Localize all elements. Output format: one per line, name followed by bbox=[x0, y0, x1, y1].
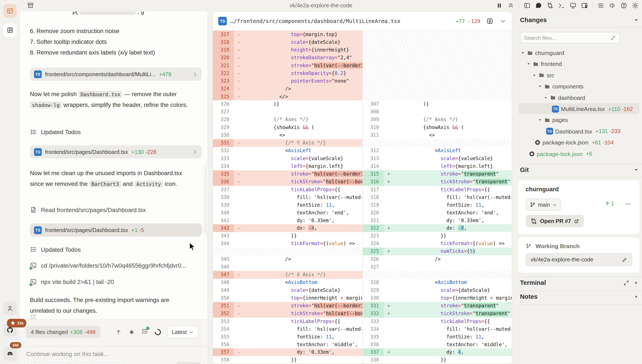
diff-code-row: 313 scale={valueScale} bbox=[363, 155, 512, 162]
notes-section-header[interactable]: Notes bbox=[520, 293, 639, 300]
chevrons-up-icon[interactable] bbox=[507, 2, 514, 9]
fast-forward-button[interactable] bbox=[75, 362, 90, 364]
expand-icon[interactable] bbox=[623, 280, 629, 286]
mode-select[interactable]: Default bbox=[93, 362, 125, 364]
code-line: fontSize: 11, bbox=[244, 333, 362, 340]
tri-down-icon bbox=[526, 62, 530, 66]
code-line: dy: '0.33em', bbox=[394, 217, 512, 224]
diff-marker: - bbox=[234, 54, 245, 62]
diff-marker: + bbox=[383, 248, 394, 256]
model-select[interactable]: Opus bbox=[44, 362, 72, 364]
files-changed-pill[interactable]: 4 files changed +308 -499 bbox=[26, 326, 101, 338]
chevron-right-icon bbox=[192, 72, 198, 77]
diff-code-row: 336- tickStroke="hsl(var(--border))" bbox=[213, 178, 362, 186]
chat-input[interactable]: Continue working on this task... bbox=[26, 351, 109, 357]
diff-old-pane[interactable]: 317- top={margin.top}318- scale={dateSca… bbox=[213, 31, 362, 363]
code-line: tickLabelProps={{ bbox=[394, 318, 512, 325]
diff-marker: - bbox=[234, 62, 245, 69]
diff-mode-icon[interactable] bbox=[486, 18, 493, 24]
pause-icon[interactable] bbox=[496, 2, 503, 9]
code-line: fontSize: 11, bbox=[244, 201, 362, 209]
diff-marker: - bbox=[234, 302, 245, 310]
tree-folder-frontend[interactable]: frontend bbox=[526, 58, 562, 69]
scroll-up-icon[interactable] bbox=[115, 328, 122, 335]
tree-file-Dashboard.tsx[interactable]: TSDashboard.tsx+131 -233 bbox=[546, 126, 620, 137]
collapse-tree-icon[interactable] bbox=[610, 35, 616, 40]
tree-folder-pages[interactable]: pages bbox=[538, 115, 568, 126]
changes-section-header[interactable]: Changes bbox=[520, 16, 639, 24]
diff-code-row: 348 <AxisBottom bbox=[213, 279, 362, 286]
menu-icon[interactable] bbox=[597, 2, 604, 9]
rail-layout-button[interactable] bbox=[3, 4, 17, 18]
code-line: )} bbox=[244, 100, 362, 108]
panel-left-icon[interactable] bbox=[524, 2, 530, 9]
tree-folder-components[interactable]: components bbox=[538, 81, 583, 92]
diff-code-row: 335- stroke="hsl(var(--border))" bbox=[213, 170, 362, 178]
diff-new-pane[interactable]: 307 )}308309 {/* Axes */}310 {showAxis &… bbox=[362, 31, 512, 363]
burst-icon[interactable] bbox=[128, 328, 135, 335]
edit-branch-icon[interactable] bbox=[621, 257, 627, 263]
line-number: 321 bbox=[363, 217, 383, 224]
rail-board-button[interactable] bbox=[3, 24, 17, 37]
code-line: scale={dateScale} bbox=[394, 286, 512, 294]
latest-dropdown[interactable]: Latest bbox=[167, 325, 198, 338]
tree-folder-src[interactable]: src bbox=[532, 70, 554, 81]
line-number: 310 bbox=[363, 124, 383, 131]
tree-file-package-lock.json[interactable]: package-lock.json+6 bbox=[529, 148, 592, 159]
monitor-icon[interactable] bbox=[569, 2, 576, 9]
updated-todos-row[interactable]: Updated Todos bbox=[30, 128, 202, 136]
diff-marker bbox=[383, 318, 394, 325]
file-change-chip[interactable]: TS frontend/src/pages/Dashboard.tsx +1 -… bbox=[30, 224, 202, 236]
line-number: 341 bbox=[213, 217, 234, 224]
line-number: 323 bbox=[213, 77, 234, 85]
line-number: 348 bbox=[213, 279, 234, 286]
branch-select[interactable]: main bbox=[526, 198, 561, 211]
collapse-diff-icon[interactable] bbox=[499, 18, 506, 24]
diff-file-path: …/frontend/src/components/dashboard/Mult… bbox=[231, 18, 452, 24]
more-options-icon[interactable] bbox=[624, 200, 631, 207]
diff-code-row: 332 <AxisLeft bbox=[213, 147, 362, 155]
rail-discord-button[interactable] bbox=[3, 347, 17, 360]
tree-folder-churnguard[interactable]: churnguard bbox=[521, 48, 564, 58]
diff-marker bbox=[234, 240, 245, 248]
send-button[interactable]: Send bbox=[176, 362, 202, 364]
tree-file-MultiLineArea.tsx[interactable]: TSMultiLineArea.tsx+110 -162 bbox=[552, 104, 633, 114]
git-compare-icon[interactable] bbox=[547, 2, 553, 9]
terminal-command-row[interactable]: cd /private/var/folders/10/h7w0q46556ggr… bbox=[30, 262, 186, 269]
code-line: numTicks={5} bbox=[394, 248, 512, 256]
file-change-chip[interactable]: TS frontend/src/components/dashboard/Mul… bbox=[30, 68, 202, 81]
settings-sliders-button[interactable] bbox=[26, 362, 42, 364]
chat-bubble-icon[interactable] bbox=[535, 2, 542, 9]
todo-item: 6. Remove zoom instruction noise bbox=[30, 28, 119, 34]
settings-gear-icon[interactable] bbox=[632, 2, 638, 9]
updated-todos-row[interactable]: Updated Todos bbox=[30, 246, 202, 253]
diff-code-row: 326 )} bbox=[213, 100, 362, 108]
diff-marker: + bbox=[383, 302, 394, 310]
terminal-prompt-icon[interactable] bbox=[558, 2, 565, 9]
help-circle-icon[interactable] bbox=[620, 2, 627, 9]
megaphone-icon[interactable] bbox=[609, 2, 616, 9]
terminal-section-header[interactable]: Terminal bbox=[520, 279, 639, 286]
line-number: 337 bbox=[213, 186, 234, 194]
terminal-command-row[interactable]: npx vite build 2>&1 | tail -20 bbox=[30, 278, 114, 285]
todo-item: 8. Remove redundant axis labels (x/y lab… bbox=[30, 49, 155, 56]
todo-item: 7. Softer tooltip indicator dots bbox=[30, 38, 107, 45]
line-number: 323 bbox=[363, 232, 383, 240]
git-section-header[interactable]: Git bbox=[520, 166, 639, 174]
diff-marker bbox=[234, 201, 245, 209]
working-branch-input[interactable]: vk/4e2a-explore-the-code bbox=[526, 253, 632, 266]
right-panel: Changes Search files... churnguardfronte… bbox=[517, 12, 642, 364]
open-pr-button[interactable]: Open PR #7 bbox=[526, 215, 583, 227]
tree-folder-dashboard[interactable]: dashboard bbox=[544, 92, 585, 103]
search-files-input[interactable]: Search files... bbox=[520, 32, 620, 43]
read-file-row[interactable]: Read frontend/src/pages/Dashboard.tsx bbox=[30, 206, 146, 213]
panel-right-icon[interactable] bbox=[581, 2, 588, 9]
terminal-icon bbox=[30, 278, 37, 285]
tree-file-package-lock.json[interactable]: package-lock.json+61 -104 bbox=[535, 137, 614, 148]
diff-marker bbox=[383, 333, 394, 340]
code-line: dy: 4, bbox=[394, 348, 512, 356]
file-text-icon bbox=[30, 206, 37, 213]
rail-profile-button[interactable] bbox=[3, 302, 17, 315]
file-change-chip[interactable]: TS frontend/src/pages/Dashboard.tsx +130… bbox=[30, 145, 202, 158]
code-line: /> bbox=[394, 256, 512, 263]
